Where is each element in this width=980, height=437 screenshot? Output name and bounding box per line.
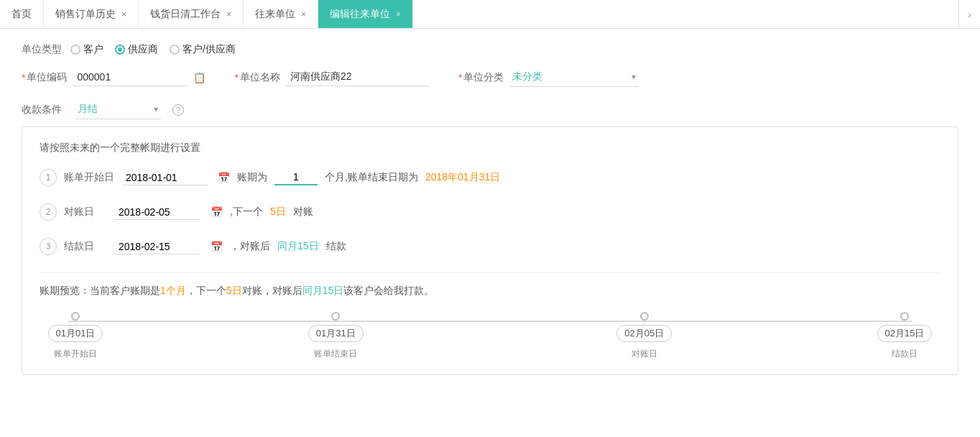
cat-required-star: * — [458, 72, 462, 83]
node-dot-4 — [900, 312, 909, 321]
radio-group-unit-type: 客户 供应商 客户/供应商 — [70, 43, 236, 56]
node-badge-1: 01月01日 — [48, 325, 103, 342]
tab-sales-history-close[interactable]: × — [121, 9, 126, 19]
timeline-node-1: 01月01日 账单开始日 — [47, 312, 104, 360]
preview-payment: 同月15日 — [302, 285, 344, 296]
preview-text: 账期预览：当前客户账期是1个月，下一个5日对账，对账后同月15日该客户会给我打款… — [40, 285, 940, 298]
step-3-suffix: 结款 — [326, 240, 346, 253]
radio-customer-circle — [70, 45, 80, 55]
payment-dropdown-arrow: ▾ — [154, 104, 158, 114]
step-number-3: 3 — [40, 238, 57, 255]
step-2-suffix: 对账 — [293, 206, 313, 218]
payment-value: 月结 — [78, 103, 151, 116]
tab-partner-label: 往来单位 — [255, 8, 295, 21]
tab-edit-partner[interactable]: 编辑往来单位 × — [318, 0, 413, 28]
radio-both-circle — [170, 45, 180, 55]
timeline-container: 01月01日 账单开始日 01月31日 账单结束日 — [47, 312, 933, 360]
step-calendar-icon-2[interactable]: 📅 — [211, 206, 223, 218]
tab-partner-close[interactable]: × — [301, 9, 306, 19]
divider — [40, 272, 940, 273]
node-label-3: 对账日 — [632, 348, 657, 360]
node-dot-3 — [640, 312, 649, 321]
radio-supplier-label: 供应商 — [128, 43, 158, 56]
timeline-node-4: 02月15日 结款日 — [876, 312, 933, 360]
preview-mid1: ，下一个 — [186, 285, 226, 296]
unit-category-group: * 单位分类 未分类 ▾ — [458, 68, 639, 87]
step-row-3: 3 结款日 📅 ，对账后 同月15日 结款 — [40, 238, 940, 255]
preview-mid2: 对账，对账后 — [242, 285, 302, 296]
tab-sales-history[interactable]: 销售订单历史 × — [44, 0, 139, 28]
name-required-star: * — [234, 72, 238, 83]
radio-customer[interactable]: 客户 — [70, 43, 103, 56]
preview-period: 1个月 — [160, 285, 186, 296]
section-title: 请按照未来的一个完整帐期进行设置 — [40, 142, 940, 155]
page-content: 单位类型 客户 供应商 客户/供应商 * 单位编码 📋 * — [0, 29, 980, 437]
copy-icon[interactable]: 📋 — [193, 72, 205, 83]
step-period-input[interactable] — [274, 170, 318, 185]
unit-category-label: 单位分类 — [463, 71, 504, 84]
step-end-date: 2018年01月31日 — [425, 171, 500, 184]
node-badge-4: 02月15日 — [877, 325, 933, 342]
node-dot-2 — [331, 312, 340, 321]
radio-customer-label: 客户 — [83, 43, 103, 56]
step-label-2: 对账日 — [64, 206, 107, 218]
payment-label: 收款条件 — [22, 104, 62, 116]
step-row-1: 1 账单开始日 📅 账期为 个月,账单结束日期为 2018年01月31日 — [40, 169, 940, 186]
radio-both-label: 客户/供应商 — [182, 43, 236, 56]
payment-select[interactable]: 月结 ▾ — [75, 100, 161, 119]
step-2-highlight: 5日 — [270, 206, 286, 218]
tab-cash-work[interactable]: 钱货日清工作台 × — [139, 0, 244, 28]
preview-reconcile: 5日 — [226, 285, 242, 296]
node-label-1: 账单开始日 — [54, 348, 97, 360]
tab-scroll-arrow[interactable]: › — [958, 0, 980, 28]
form-fields-row: * 单位编码 📋 * 单位名称 * 单位分类 未分类 ▾ — [22, 68, 958, 87]
step-calendar-icon-3[interactable]: 📅 — [211, 241, 223, 252]
radio-supplier-circle — [115, 45, 125, 55]
step-date-input-1[interactable] — [121, 170, 208, 185]
tab-home[interactable]: 首页 — [0, 0, 44, 28]
step-3-prefix: ，对账后 — [230, 240, 270, 253]
step-3-highlight: 同月15日 — [277, 240, 319, 253]
step-period-unit: 个月,账单结束日期为 — [325, 171, 418, 184]
tab-cash-work-close[interactable]: × — [226, 9, 231, 19]
step-calendar-icon-1[interactable]: 📅 — [218, 172, 230, 183]
step-row-2: 2 对账日 📅 ,下一个 5日 对账 — [40, 203, 940, 221]
unit-type-row: 单位类型 客户 供应商 客户/供应商 — [22, 43, 958, 56]
section-box: 请按照未来的一个完整帐期进行设置 1 账单开始日 📅 账期为 个月,账单结束日期… — [22, 126, 958, 375]
tab-home-label: 首页 — [11, 8, 32, 21]
help-icon[interactable]: ? — [172, 104, 184, 116]
timeline-node-2: 01月31日 账单结束日 — [259, 312, 413, 360]
unit-code-input[interactable] — [73, 68, 188, 86]
step-2-prefix: ,下一个 — [230, 206, 263, 218]
node-label-2: 账单结束日 — [314, 348, 357, 360]
radio-supplier[interactable]: 供应商 — [115, 43, 158, 56]
tab-edit-partner-close[interactable]: × — [396, 9, 401, 19]
node-label-4: 结款日 — [892, 348, 917, 360]
step-number-1: 1 — [40, 169, 57, 186]
node-badge-2: 01月31日 — [308, 325, 364, 342]
code-required-star: * — [22, 72, 25, 83]
node-dot-1 — [71, 312, 80, 321]
radio-both[interactable]: 客户/供应商 — [170, 43, 236, 56]
timeline-node-3: 02月05日 对账日 — [567, 312, 721, 360]
unit-type-label: 单位类型 — [22, 43, 62, 56]
node-badge-3: 02月05日 — [616, 325, 672, 342]
unit-code-label: 单位编码 — [27, 71, 67, 84]
unit-category-select[interactable]: 未分类 ▾ — [509, 68, 639, 87]
tabs-bar: 首页 销售订单历史 × 钱货日清工作台 × 往来单位 × 编辑往来单位 × › — [0, 0, 980, 29]
step-date-input-2[interactable] — [114, 205, 200, 220]
step-date-input-3[interactable] — [114, 239, 200, 254]
tab-cash-work-label: 钱货日清工作台 — [150, 8, 221, 21]
timeline-nodes: 01月01日 账单开始日 01月31日 账单结束日 — [47, 312, 933, 360]
step-number-2: 2 — [40, 203, 57, 221]
step-label-1: 账单开始日 — [64, 171, 114, 184]
unit-code-group: * 单位编码 📋 — [22, 68, 205, 86]
payment-row: 收款条件 月结 ▾ ? — [22, 100, 958, 119]
tab-partner[interactable]: 往来单位 × — [244, 0, 318, 28]
tab-edit-partner-label: 编辑往来单位 — [330, 8, 390, 21]
unit-name-label: 单位名称 — [240, 71, 280, 84]
tab-sales-history-label: 销售订单历史 — [55, 8, 116, 21]
unit-category-value: 未分类 — [512, 70, 629, 83]
unit-name-input[interactable] — [286, 68, 430, 86]
preview-prefix: 账期预览：当前客户账期是 — [40, 285, 160, 296]
